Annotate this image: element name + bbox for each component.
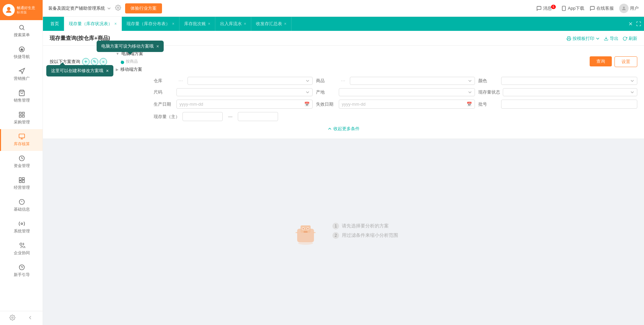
produce-date-input[interactable]: yyyy-mm-dd 📅 (176, 100, 313, 109)
scheme-sub-item[interactable]: ▶ 按商品 (121, 58, 143, 65)
query-button[interactable]: 查询 (590, 56, 612, 66)
sidebar-item-marketing[interactable]: 营销推广 (0, 64, 43, 86)
svg-rect-6 (19, 112, 21, 114)
close-all-tabs-icon[interactable] (628, 21, 633, 26)
sidebar-item-management[interactable]: 经营管理 (0, 173, 43, 195)
svg-rect-41 (313, 232, 316, 233)
tab-close-inout[interactable]: × (244, 21, 246, 26)
message-badge: 6 (551, 5, 556, 9)
origin-select[interactable] (339, 88, 475, 96)
sidebar-label-cooperation: 企业协同 (14, 250, 30, 256)
main-area: 装备及固定资产辅助管理系统 体验行业方案 消息 6 App下载 在线客服 (43, 0, 644, 325)
fullscreen-icon[interactable] (636, 21, 641, 26)
tab-inventory-distribution[interactable]: 现存量（库存分布表） × (122, 17, 179, 31)
origin-dropdown-icon (468, 90, 472, 94)
sidebar-item-system[interactable]: 系统管理 (0, 216, 43, 238)
svg-rect-9 (19, 134, 25, 138)
topbar: 装备及固定资产辅助管理系统 体验行业方案 消息 6 App下载 在线客服 (43, 0, 644, 17)
sidebar: 畅通好生意 标准版 搜索菜单 快捷导航 营销推广 销售管理 采购管理 (0, 0, 43, 325)
edit-scheme-button[interactable]: ✎ (91, 58, 98, 65)
sidebar-item-capital[interactable]: 资金管理 (0, 151, 43, 173)
svg-rect-8 (19, 115, 21, 117)
sidebar-item-purchase[interactable]: 采购管理 (0, 107, 43, 129)
tooltip1-close[interactable]: × (156, 44, 159, 49)
tab-batch-account[interactable]: 库存批次账 × (179, 17, 215, 31)
batch-input[interactable] (501, 100, 637, 109)
svg-rect-13 (19, 178, 21, 180)
field-warehouse: 仓库 ··· (154, 77, 313, 85)
app-download-button[interactable]: App下载 (561, 5, 584, 11)
size-dropdown-icon (306, 90, 310, 94)
warehouse-select[interactable] (187, 77, 313, 85)
messages-button[interactable]: 消息 6 (536, 5, 556, 11)
industry-solution-button[interactable]: 体验行业方案 (125, 3, 162, 13)
empty-state: 1 请先选择要分析的方案 2 用过滤条件来缩小分析范围 (43, 139, 644, 325)
collapse-sidebar-icon[interactable] (27, 315, 33, 322)
sidebar-item-sales[interactable]: 销售管理 (0, 86, 43, 107)
stock-status-select[interactable] (503, 88, 637, 96)
settings-icon[interactable] (9, 315, 15, 322)
tab-close-inventory-status[interactable]: × (114, 21, 117, 26)
filter-row2: 尺码 产地 现存量状态 (154, 88, 637, 96)
user-menu[interactable]: 用户 (619, 4, 639, 13)
tab-close-dispatch[interactable]: × (284, 21, 286, 26)
export-button[interactable]: 导出 (604, 36, 619, 42)
tab-home[interactable]: 首页 (46, 17, 64, 31)
reset-button[interactable]: 设置 (614, 56, 637, 67)
field-color: 颜色 (478, 77, 637, 85)
sidebar-item-cooperation[interactable]: 企业协同 (0, 238, 43, 260)
filter-fields-container: 仓库 ··· 商品 ··· (154, 77, 637, 121)
color-select[interactable] (501, 77, 637, 85)
tooltip-scheme-edit: 这里可以创建和修改方案哦 × (46, 65, 113, 76)
svg-point-24 (12, 317, 13, 319)
svg-rect-31 (568, 39, 570, 41)
svg-point-28 (623, 6, 625, 8)
svg-rect-7 (22, 112, 24, 114)
user-avatar (619, 4, 629, 13)
refresh-button[interactable]: 刷新 (623, 36, 637, 42)
tab-inout-flow[interactable]: 出入库流水 × (215, 17, 251, 31)
tab-close-distribution[interactable]: × (172, 21, 174, 26)
collapse-bar[interactable]: 收起更多条件 (50, 123, 637, 134)
field-goods: 商品 ··· (316, 77, 475, 85)
sidebar-item-guide[interactable]: 新手引导 (0, 260, 43, 282)
sidebar-label-search: 搜索菜单 (14, 32, 30, 38)
svg-point-25 (117, 7, 119, 9)
hint-item-1: 1 请先选择要分析的方案 (332, 223, 398, 229)
field-origin: 产地 (316, 88, 475, 96)
logo-icon (3, 4, 15, 16)
empty-illustration (289, 215, 322, 249)
app-name: 畅通好生意 (17, 5, 35, 10)
size-select[interactable] (176, 88, 313, 96)
sidebar-item-basicinfo[interactable]: 基础信息 (0, 195, 43, 216)
add-scheme-button[interactable]: + (82, 58, 90, 65)
field-batch: 批号 (478, 100, 637, 109)
sidebar-label-management: 经营管理 (14, 185, 30, 191)
filter-area: 按以下方案查询 + ✎ « 电脑方案可设为移动 (43, 46, 644, 139)
goods-dropdown-icon (468, 79, 472, 83)
sidebar-item-quicknav[interactable]: 快捷导航 (0, 42, 43, 64)
online-support-button[interactable]: 在线客服 (590, 5, 614, 11)
stock-main-to-input[interactable] (238, 112, 278, 121)
gear-icon[interactable] (115, 5, 121, 12)
back-scheme-button[interactable]: « (100, 58, 107, 65)
tab-close-batch[interactable]: × (208, 21, 210, 26)
sidebar-logo: 畅通好生意 标准版 (0, 0, 43, 20)
stock-main-from-input[interactable] (182, 112, 223, 121)
sidebar-label-sales: 销售管理 (14, 98, 30, 103)
svg-rect-15 (19, 181, 21, 183)
scheme-mobile-item[interactable]: ▶ 移动端方案 (116, 65, 143, 73)
svg-point-20 (21, 223, 23, 225)
tab-receive-dispatch[interactable]: 收发存汇总表 × (251, 17, 291, 31)
tab-inventory-status[interactable]: 现存量（库存状况表） × (64, 17, 122, 31)
tooltip2-close[interactable]: × (106, 68, 109, 73)
sidebar-item-search[interactable]: 搜索菜单 (0, 20, 43, 42)
sidebar-item-inventory[interactable]: 库存核算 (0, 129, 43, 151)
expire-date-input[interactable]: yyyy-mm-dd 📅 (339, 100, 475, 109)
goods-select[interactable] (350, 77, 475, 85)
field-expire-date: 失效日期 yyyy-mm-dd 📅 (316, 100, 475, 109)
print-button[interactable]: 按模板打印 (567, 36, 600, 42)
tooltip-scheme-mobile: 电脑方案可设为移动方案哦 × (97, 41, 164, 52)
filter-row1: 仓库 ··· 商品 ··· (154, 77, 637, 85)
sidebar-footer (0, 311, 43, 325)
